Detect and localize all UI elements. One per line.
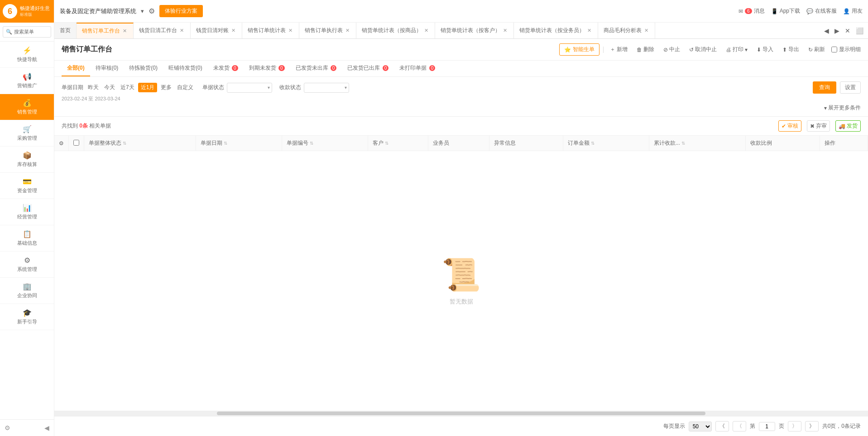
tab-sales-stats-close[interactable]: ✕ [288, 28, 293, 33]
sidebar-item-sales[interactable]: 💰 销售管理 [0, 94, 54, 120]
tab-shipment-staff[interactable]: 销货单统计表（按业务员） ✕ [514, 23, 598, 39]
sidebar-search-area: 🔍 搜索菜单 [0, 23, 54, 42]
cancel-stop-button[interactable]: ↺ 取消中止 [686, 44, 719, 55]
date-btn-yesterday[interactable]: 昨天 [86, 83, 101, 92]
th-order-amount[interactable]: 订单金额 ⇅ [563, 136, 649, 151]
sidebar-item-guide[interactable]: 🎓 新手引导 [0, 304, 54, 330]
export-button[interactable]: ⬆ 导出 [780, 44, 802, 55]
tab-margin-close[interactable]: ✕ [643, 28, 649, 33]
solution-button[interactable]: 体验行业方案 [159, 5, 203, 17]
sidebar-item-operation[interactable]: 📊 经营管理 [0, 199, 54, 225]
sidebar-item-system[interactable]: ⚙ 系统管理 [0, 251, 54, 278]
tab-cash-reconcile[interactable]: 钱货日清对账 ✕ [191, 23, 242, 39]
delete-button[interactable]: 🗑 删除 [634, 44, 657, 55]
date-btn-last7[interactable]: 近7天 [119, 83, 136, 92]
print-button[interactable]: 🖨 打印 ▾ [723, 44, 750, 55]
search-menu-button[interactable]: 🔍 搜索菜单 [3, 26, 51, 38]
sidebar-settings-button[interactable]: ⚙ [5, 424, 10, 431]
th-customer[interactable]: 客户 ⇅ [368, 136, 428, 151]
topbar-settings-button[interactable]: ⚙ [149, 7, 155, 15]
user-menu-button[interactable]: 👤 用友 [843, 7, 863, 15]
sidebar-item-quick-nav[interactable]: ⚡ 快捷导航 [0, 42, 54, 68]
sub-tab-shipped-out[interactable]: 已发货已出库 0 [342, 61, 394, 76]
date-btn-more[interactable]: 更多 [159, 83, 173, 92]
tabs-close-all-button[interactable]: ✕ [843, 26, 852, 35]
batch-review-button[interactable]: ✔ 审核 [778, 120, 801, 132]
app-name: 畅捷通好生意 [20, 5, 50, 11]
tab-margin[interactable]: 商品毛利分析表 ✕ [598, 23, 655, 39]
sidebar-item-finance[interactable]: 💳 资金管理 [0, 173, 54, 199]
tab-cash-daily[interactable]: 钱货日清工作台 ✕ [134, 23, 191, 39]
tab-shipment-product[interactable]: 销货单统计表（按商品） ✕ [356, 23, 435, 39]
new-button[interactable]: ＋ 新增 [607, 44, 630, 55]
filter-settings-button[interactable]: 设置 [840, 81, 861, 94]
tab-shipment-staff-close[interactable]: ✕ [586, 28, 592, 33]
tab-shipment-customer-close[interactable]: ✕ [502, 28, 508, 33]
message-icon: ✉ [739, 8, 743, 14]
tabs-next-button[interactable]: ▶ [833, 26, 841, 35]
tabs-maximize-button[interactable]: ⬜ [854, 26, 865, 35]
show-detail-checkbox[interactable] [831, 47, 837, 52]
sidebar-item-enterprise[interactable]: 🏢 企业协同 [0, 278, 54, 304]
last-page-button[interactable]: 》 [805, 421, 819, 431]
query-button[interactable]: 查询 [813, 81, 836, 94]
sub-tab-pending-inspect[interactable]: 待拣验货(0) [124, 61, 163, 76]
tab-sales-exec-close[interactable]: ✕ [345, 28, 350, 33]
system-title-dropdown[interactable]: ▾ [141, 8, 144, 14]
app-download-button[interactable]: 📱 App下载 [771, 7, 800, 15]
th-doc-no[interactable]: 单据编号 ⇅ [282, 136, 368, 151]
sidebar-item-purchase[interactable]: 🛒 采购管理 [0, 120, 54, 147]
smart-create-button[interactable]: ⭐ 智能生单 [559, 43, 599, 56]
tab-shipment-product-close[interactable]: ✕ [423, 28, 429, 33]
sub-tab-expired[interactable]: 到期未发货 0 [244, 61, 290, 76]
select-all-checkbox[interactable] [73, 140, 79, 146]
tab-sales-workbench[interactable]: 销售订单工作台 ✕ [77, 23, 134, 39]
refresh-button[interactable]: ↻ 刷新 [806, 44, 828, 55]
tab-sales-exec[interactable]: 销售订单执行表 ✕ [299, 23, 356, 39]
delete-icon: 🗑 [637, 47, 642, 53]
sub-tab-shipped-not-out[interactable]: 已发货未出库 0 [290, 61, 342, 76]
tab-home[interactable]: 首页 [54, 23, 77, 39]
date-btn-today[interactable]: 今天 [102, 83, 117, 92]
th-doc-date[interactable]: 单据日期 ⇅ [196, 136, 282, 151]
status-select[interactable] [227, 83, 272, 93]
stop-button[interactable]: ⊘ 中止 [661, 44, 683, 55]
tab-cash-daily-close[interactable]: ✕ [179, 28, 185, 33]
first-page-button[interactable]: 《 [715, 421, 729, 431]
sidebar-item-marketing[interactable]: 📢 营销推广 [0, 68, 54, 94]
tab-cash-reconcile-close[interactable]: ✕ [230, 28, 236, 33]
sub-tab-pending-review[interactable]: 待审核(0) [90, 61, 124, 76]
tabs-prev-button[interactable]: ◀ [822, 26, 831, 35]
page-number-input[interactable] [759, 422, 775, 431]
import-button[interactable]: ⬇ 导入 [754, 44, 776, 55]
tab-sales-stats-label: 销售订单统计表 [248, 27, 286, 34]
sub-tab-not-printed[interactable]: 未打印单据 0 [394, 61, 441, 76]
batch-cancel-button[interactable]: ✖ 弃审 [807, 120, 830, 132]
date-btn-custom[interactable]: 自定义 [175, 83, 195, 92]
app-badge: 标准版 [20, 12, 50, 18]
tab-sales-stats[interactable]: 销售订单统计表 ✕ [242, 23, 299, 39]
tab-shipment-customer[interactable]: 销货单统计表（按客户） ✕ [435, 23, 514, 39]
prev-page-button[interactable]: 〈 [733, 421, 746, 431]
show-detail-checkbox-label[interactable]: 显示明细 [831, 46, 861, 53]
th-collect-ratio-label: 收款比例 [750, 140, 772, 146]
payment-select[interactable] [304, 83, 349, 93]
sub-tab-wangpu[interactable]: 旺铺待发货(0) [163, 61, 208, 76]
next-page-button[interactable]: 〉 [788, 421, 801, 431]
page-size-select[interactable]: 10 20 50 100 [689, 422, 712, 431]
th-settings[interactable]: ⚙ [54, 136, 69, 151]
online-service-button[interactable]: 💬 在线客服 [806, 7, 837, 15]
date-btn-last1month[interactable]: 近1月 [138, 83, 158, 92]
sidebar-collapse-button[interactable]: ◀ [44, 424, 49, 431]
sub-tab-all[interactable]: 全部(0) [62, 61, 90, 76]
tab-sales-workbench-close[interactable]: ✕ [122, 28, 128, 34]
message-button[interactable]: ✉ 6 消息 [739, 7, 765, 15]
th-doc-status[interactable]: 单据整体状态 ⇅ [84, 136, 196, 151]
sidebar-item-basic[interactable]: 📋 基础信息 [0, 225, 54, 251]
batch-deliver-button[interactable]: 🚚 发货 [835, 120, 861, 132]
sidebar-item-inventory[interactable]: 📦 库存核算 [0, 147, 54, 173]
sub-tab-not-shipped[interactable]: 未发货 0 [208, 61, 244, 76]
expand-more-button[interactable]: ▾ 展开更多条件 [824, 104, 861, 112]
horizontal-scrollbar[interactable] [54, 411, 868, 416]
th-cumulative[interactable]: 累计收款... ⇅ [649, 136, 746, 151]
